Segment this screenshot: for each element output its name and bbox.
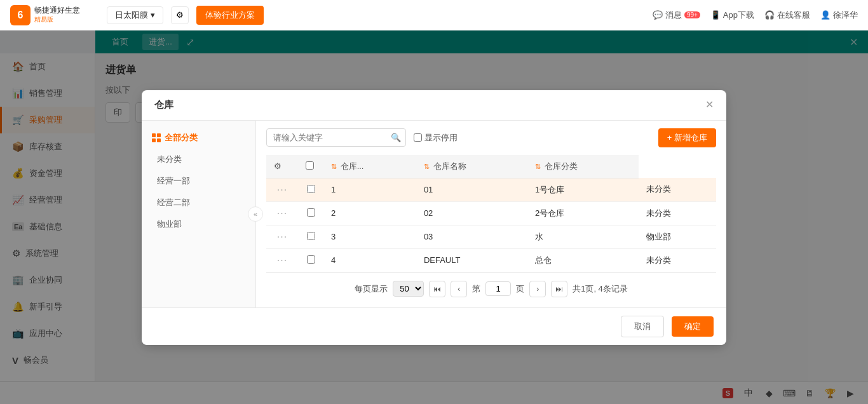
th-name[interactable]: ⇅ 仓库名称 (416, 155, 527, 178)
row-settings[interactable]: ··· (266, 225, 298, 248)
th-settings: ⚙ (266, 155, 298, 178)
search-input-wrapper: 🔍 (266, 128, 406, 147)
row-name: 总仓 (527, 248, 639, 272)
warehouse-modal: 仓库 ✕ 全部分类 未分类 经营一部 经营二部 物业部 « (142, 90, 726, 345)
row-name: 水 (527, 225, 639, 248)
customer-service-label: 在线客服 (777, 10, 810, 21)
table-wrapper: ⚙ ⇅ 仓库... ⇅ 仓库名称 (266, 155, 716, 273)
brand-badge: 精易版 (34, 15, 80, 24)
per-page-select[interactable]: 50 (393, 281, 424, 297)
search-icon[interactable]: 🔍 (391, 133, 401, 142)
row-settings[interactable]: ··· (266, 178, 298, 201)
collapse-panel-button[interactable]: « (248, 206, 263, 222)
search-input[interactable] (266, 128, 406, 147)
per-page-label: 每页显示 (355, 283, 388, 295)
row-num: 3 (323, 225, 416, 248)
warehouse-table: ⚙ ⇅ 仓库... ⇅ 仓库名称 (266, 155, 716, 273)
confirm-button[interactable]: 确定 (672, 316, 714, 337)
messages-btn[interactable]: 💬 消息 99+ (653, 10, 700, 21)
row-category: 未分类 (639, 248, 716, 272)
row-checkbox[interactable] (298, 201, 323, 225)
show-disabled-label[interactable]: 显示停用 (414, 132, 458, 144)
brand-name: 畅捷通好生意 (34, 6, 80, 15)
table-row[interactable]: ··· 3 03 水 物业部 (266, 225, 716, 248)
cancel-button[interactable]: 取消 (621, 316, 664, 337)
row-category: 物业部 (639, 225, 716, 248)
row-code: 03 (416, 225, 527, 248)
row-category: 未分类 (639, 201, 716, 225)
row-checkbox[interactable] (298, 248, 323, 272)
th-checkbox (298, 155, 323, 178)
all-categories-item[interactable]: 全部分类 (142, 127, 255, 149)
modal-title: 仓库 (154, 99, 173, 111)
row-code: 01 (416, 178, 527, 201)
messages-label: 消息 (665, 10, 682, 21)
category-item-unclassified[interactable]: 未分类 (142, 149, 255, 170)
row-num: 4 (323, 248, 416, 272)
total-label: 共1页, 4条记录 (573, 283, 628, 295)
table-row[interactable]: ··· 1 01 1号仓库 未分类 (266, 178, 716, 201)
prev-page-button[interactable]: ‹ (451, 281, 467, 297)
row-code: DEFAULT (416, 248, 527, 272)
category-item-ops2[interactable]: 经营二部 (142, 192, 255, 213)
messages-badge: 99+ (684, 11, 700, 18)
right-panel: 🔍 显示停用 + 新增仓库 ⚙ (256, 121, 726, 307)
row-checkbox[interactable] (298, 225, 323, 248)
next-page-button[interactable]: › (529, 281, 546, 297)
th-category-label: 仓库分类 (545, 161, 578, 171)
table-header-row: ⚙ ⇅ 仓库... ⇅ 仓库名称 (266, 155, 716, 178)
row-checkbox[interactable] (298, 178, 323, 201)
pagination-bar: 每页显示 50 ⏮ ‹ 第 页 › ⏭ 共1页, 4条记录 (266, 273, 716, 300)
th-name-label: 仓库名称 (433, 161, 466, 171)
modal-header: 仓库 ✕ (142, 90, 726, 121)
category-item-ops1[interactable]: 经营一部 (142, 170, 255, 192)
modal-footer: 取消 确定 (142, 307, 726, 345)
sort-icon-code: ⇅ (331, 163, 337, 170)
row-num: 1 (323, 178, 416, 201)
row-code: 02 (416, 201, 527, 225)
th-category[interactable]: ⇅ 仓库分类 (527, 155, 639, 178)
header-settings-button[interactable]: ⚙ (171, 6, 189, 24)
row-settings[interactable]: ··· (266, 201, 298, 225)
app-logo-icon: 6 (10, 5, 31, 25)
category-item-property[interactable]: 物业部 (142, 213, 255, 235)
user-avatar-btn[interactable]: 👤 徐泽华 (820, 10, 858, 21)
sort-icon-category: ⇅ (535, 163, 541, 170)
grid-icon (152, 133, 161, 142)
table-row[interactable]: ··· 2 02 2号仓库 未分类 (266, 201, 716, 225)
page-label: 第 (472, 283, 480, 295)
top-header: 6 畅捷通好生意 精易版 日太阳膜 ▾ ⚙ 体验行业方案 💬 消息 99+ 📱 … (0, 0, 868, 30)
last-page-button[interactable]: ⏭ (551, 281, 567, 297)
row-name: 2号仓库 (527, 201, 639, 225)
user-name: 徐泽华 (833, 10, 858, 21)
show-disabled-text: 显示停用 (424, 132, 458, 144)
modal-body: 全部分类 未分类 经营一部 经营二部 物业部 « 🔍 (142, 121, 726, 307)
row-name: 1号仓库 (527, 178, 639, 201)
search-bar: 🔍 显示停用 + 新增仓库 (266, 128, 716, 147)
table-row[interactable]: ··· 4 DEFAULT 总仓 未分类 (266, 248, 716, 272)
message-icon: 💬 (653, 10, 663, 20)
trial-button[interactable]: 体验行业方案 (196, 6, 264, 25)
page-number-input[interactable] (485, 281, 511, 296)
modal-close-button[interactable]: ✕ (705, 100, 714, 110)
row-category: 未分类 (639, 178, 716, 201)
sort-icon-name: ⇅ (424, 163, 430, 170)
customer-service-btn[interactable]: 🎧 在线客服 (764, 10, 810, 21)
mobile-icon: 📱 (710, 10, 721, 20)
header-right: 💬 消息 99+ 📱 App下载 🎧 在线客服 👤 徐泽华 (653, 10, 858, 21)
select-all-checkbox[interactable] (306, 161, 314, 170)
row-settings[interactable]: ··· (266, 248, 298, 272)
th-code-label: 仓库... (341, 161, 364, 171)
show-disabled-checkbox[interactable] (414, 133, 422, 142)
chevron-down-icon: ▾ (151, 10, 155, 20)
logo-area: 6 畅捷通好生意 精易版 (10, 5, 99, 25)
add-warehouse-button[interactable]: + 新增仓库 (658, 128, 716, 147)
store-name: 日太阳膜 (115, 10, 148, 21)
store-selector[interactable]: 日太阳膜 ▾ (107, 6, 163, 24)
app-download-btn[interactable]: 📱 App下载 (710, 10, 754, 21)
first-page-button[interactable]: ⏮ (429, 281, 445, 297)
app-download-label: App下载 (723, 10, 754, 21)
modal-overlay[interactable]: 仓库 ✕ 全部分类 未分类 经营一部 经营二部 物业部 « (0, 30, 868, 404)
th-code[interactable]: ⇅ 仓库... (323, 155, 416, 178)
all-categories-label: 全部分类 (165, 132, 198, 144)
